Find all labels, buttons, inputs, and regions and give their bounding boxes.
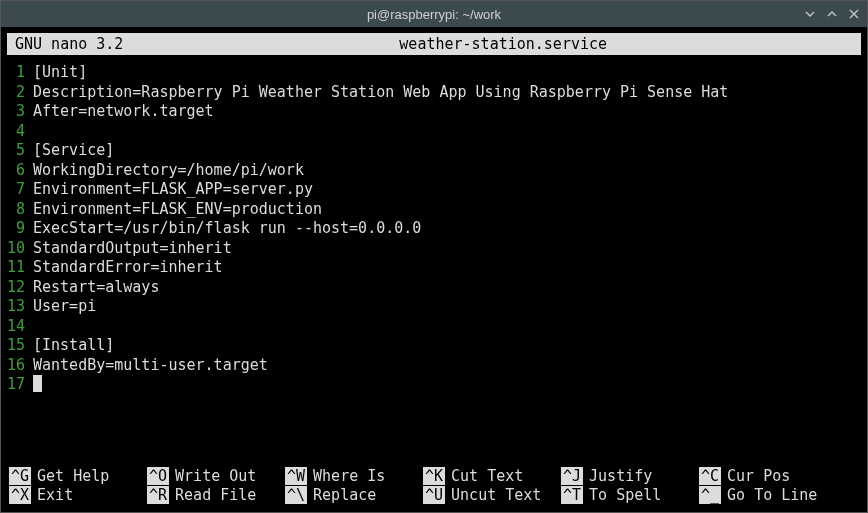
shortcut-label: Where Is <box>313 467 385 485</box>
shortcut-label: Replace <box>313 486 376 504</box>
shortcut-label: Read File <box>175 486 256 504</box>
line-content[interactable]: WorkingDirectory=/home/pi/work <box>33 161 304 181</box>
line-content[interactable]: ExecStart=/usr/bin/flask run --host=0.0.… <box>33 219 421 239</box>
shortcut-key: ^W <box>285 467 307 485</box>
close-icon[interactable] <box>847 7 861 21</box>
line-number: 8 <box>7 200 33 220</box>
shortcut[interactable]: ^_Go To Line <box>699 486 837 504</box>
editor-line[interactable]: 10StandardOutput=inherit <box>7 239 861 259</box>
shortcut-key: ^\ <box>285 486 307 504</box>
nano-version: GNU nano 3.2 <box>15 35 123 53</box>
shortcut-key: ^R <box>147 486 169 504</box>
line-number: 13 <box>7 297 33 317</box>
line-number: 16 <box>7 356 33 376</box>
shortcut-key: ^G <box>9 467 31 485</box>
editor-line[interactable]: 6WorkingDirectory=/home/pi/work <box>7 161 861 181</box>
line-number: 7 <box>7 180 33 200</box>
editor-line[interactable]: 11StandardError=inherit <box>7 258 861 278</box>
line-number: 4 <box>7 122 33 142</box>
line-number: 11 <box>7 258 33 278</box>
shortcut-label: Cur Pos <box>727 467 790 485</box>
line-content[interactable]: Restart=always <box>33 278 159 298</box>
editor-line[interactable]: 5[Service] <box>7 141 861 161</box>
line-number: 14 <box>7 317 33 337</box>
titlebar: pi@raspberrypi: ~/work <box>1 1 867 27</box>
shortcut[interactable]: ^TTo Spell <box>561 486 699 504</box>
line-content[interactable]: Environment=FLASK_ENV=production <box>33 200 322 220</box>
shortcut-key: ^O <box>147 467 169 485</box>
line-content[interactable]: StandardOutput=inherit <box>33 239 232 259</box>
line-content[interactable]: [Service] <box>33 141 114 161</box>
line-number: 1 <box>7 63 33 83</box>
shortcut[interactable]: ^KCut Text <box>423 467 561 485</box>
editor-line[interactable]: 8Environment=FLASK_ENV=production <box>7 200 861 220</box>
line-number: 10 <box>7 239 33 259</box>
shortcut[interactable]: ^XExit <box>9 486 147 504</box>
editor-line[interactable]: 7Environment=FLASK_APP=server.py <box>7 180 861 200</box>
line-content[interactable]: [Unit] <box>33 63 87 83</box>
shortcut[interactable]: ^\Replace <box>285 486 423 504</box>
editor-line[interactable]: 15[Install] <box>7 336 861 356</box>
shortcut-key: ^C <box>699 467 721 485</box>
line-content[interactable]: WantedBy=multi-user.target <box>33 356 268 376</box>
editor-line[interactable]: 3After=network.target <box>7 102 861 122</box>
nano-filename: weather-station.service <box>123 35 853 53</box>
shortcuts-row-1: ^GGet Help^OWrite Out^WWhere Is^KCut Tex… <box>9 467 859 485</box>
shortcut-key: ^U <box>423 486 445 504</box>
terminal-body[interactable]: GNU nano 3.2 weather-station.service 1[U… <box>1 27 867 512</box>
shortcut-label: Cut Text <box>451 467 523 485</box>
line-number: 2 <box>7 83 33 103</box>
line-number: 6 <box>7 161 33 181</box>
nano-footer: ^GGet Help^OWrite Out^WWhere Is^KCut Tex… <box>5 465 863 508</box>
editor-line[interactable]: 14 <box>7 317 861 337</box>
line-content[interactable]: StandardError=inherit <box>33 258 223 278</box>
shortcut-key: ^X <box>9 486 31 504</box>
shortcut[interactable]: ^GGet Help <box>9 467 147 485</box>
cursor <box>33 375 42 392</box>
maximize-icon[interactable] <box>825 7 839 21</box>
line-number: 17 <box>7 375 33 395</box>
window-controls <box>803 7 861 21</box>
shortcut[interactable]: ^RRead File <box>147 486 285 504</box>
shortcut[interactable]: ^CCur Pos <box>699 467 837 485</box>
line-content[interactable]: After=network.target <box>33 102 214 122</box>
line-content[interactable]: Environment=FLASK_APP=server.py <box>33 180 313 200</box>
shortcut[interactable]: ^JJustify <box>561 467 699 485</box>
editor-line[interactable]: 17 <box>7 375 861 395</box>
line-number: 15 <box>7 336 33 356</box>
shortcut-key: ^K <box>423 467 445 485</box>
line-content[interactable]: [Install] <box>33 336 114 356</box>
editor-line[interactable]: 4 <box>7 122 861 142</box>
line-number: 12 <box>7 278 33 298</box>
editor-line[interactable]: 1[Unit] <box>7 63 861 83</box>
line-content[interactable]: User=pi <box>33 297 96 317</box>
shortcuts-row-2: ^XExit^RRead File^\Replace^UUncut Text^T… <box>9 486 859 504</box>
shortcut-key: ^T <box>561 486 583 504</box>
shortcut[interactable]: ^UUncut Text <box>423 486 561 504</box>
shortcut[interactable]: ^WWhere Is <box>285 467 423 485</box>
shortcut-key: ^J <box>561 467 583 485</box>
shortcut-label: Get Help <box>37 467 109 485</box>
nano-header: GNU nano 3.2 weather-station.service <box>7 33 861 55</box>
line-number: 9 <box>7 219 33 239</box>
shortcut[interactable]: ^OWrite Out <box>147 467 285 485</box>
line-number: 5 <box>7 141 33 161</box>
editor-area[interactable]: 1[Unit]2Description=Raspberry Pi Weather… <box>5 57 863 465</box>
line-number: 3 <box>7 102 33 122</box>
line-content[interactable]: Description=Raspberry Pi Weather Station… <box>33 83 728 103</box>
editor-line[interactable]: 9ExecStart=/usr/bin/flask run --host=0.0… <box>7 219 861 239</box>
terminal-window: pi@raspberrypi: ~/work GNU nano 3.2 weat… <box>0 0 868 513</box>
window-title: pi@raspberrypi: ~/work <box>367 7 501 22</box>
shortcut-label: Write Out <box>175 467 256 485</box>
shortcut-label: Uncut Text <box>451 486 541 504</box>
shortcut-label: Go To Line <box>727 486 817 504</box>
editor-line[interactable]: 12Restart=always <box>7 278 861 298</box>
shortcut-key: ^_ <box>699 486 721 504</box>
shortcut-label: To Spell <box>589 486 661 504</box>
shortcut-label: Exit <box>37 486 73 504</box>
shortcut-label: Justify <box>589 467 652 485</box>
editor-line[interactable]: 13User=pi <box>7 297 861 317</box>
editor-line[interactable]: 16WantedBy=multi-user.target <box>7 356 861 376</box>
minimize-icon[interactable] <box>803 7 817 21</box>
editor-line[interactable]: 2Description=Raspberry Pi Weather Statio… <box>7 83 861 103</box>
